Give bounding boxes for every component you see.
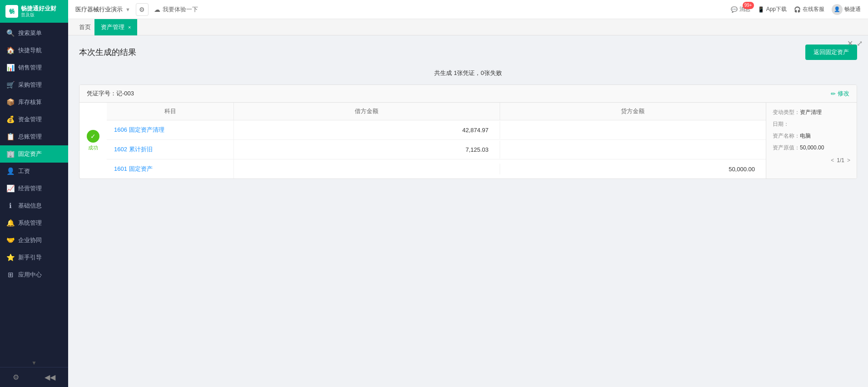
system-icon: 🔔 [6,219,15,227]
sidebar-bottom: ⚙ ◀◀ [0,367,68,387]
sidebar-item-system[interactable]: 🔔 系统管理 [0,214,68,232]
success-label: 成功 [88,144,98,151]
sidebar-item-payroll[interactable]: 👤 工资 [0,163,68,180]
company-selector[interactable]: 医疗器械行业演示 ▼ [75,5,130,14]
sidebar-item-label: 新手引导 [18,253,42,262]
sidebar-settings-button[interactable]: ⚙ [9,371,23,383]
row2-credit [500,144,766,155]
expand-panel-button[interactable]: ⤢ [857,39,863,48]
sidebar-item-label: 应用中心 [18,271,42,279]
sidebar-item-label: 工资 [18,167,30,175]
message-button[interactable]: 💬 消息 99 [731,5,750,13]
asset-name-value: 电脑 [800,132,811,140]
tab-home[interactable]: 首页 [75,23,94,31]
sidebar-item-guide[interactable]: ⭐ 新手引导 [0,249,68,266]
pagination-prev[interactable]: < [831,157,834,164]
page-header: 本次生成的结果 返回固定资产 [79,45,857,60]
topbar-right: 💬 消息 99 📱 App下载 🎧 在线客服 👤 畅捷通 [731,4,861,15]
row1-credit [500,124,766,135]
sidebar-fold-button[interactable]: ◀◀ [41,371,59,383]
ledger-icon: 📋 [6,133,15,141]
voucher-left: ✓ 成功 科目 借方金额 贷方金额 160 [79,103,766,179]
sidebar-item-label: 库存核算 [18,98,42,106]
col-account-header: 科目 [107,103,234,120]
message-badge: 99 [743,2,754,9]
success-circle-icon: ✓ [87,130,99,143]
app-name: 畅捷通好业财 [21,5,56,12]
tab-asset-management[interactable]: 资产管理 × [94,19,137,35]
original-value-value: 50,000.00 [800,144,824,152]
edit-button[interactable]: ✏ 修改 [831,89,849,98]
sidebar-item-basic-info[interactable]: ℹ 基础信息 [0,197,68,214]
experience-button[interactable]: ☁ 我要体验一下 [154,5,198,14]
row1-account: 1606 固定资产清理 [107,120,234,139]
voucher-panel: 凭证字号：记-003 ✏ 修改 ✓ 成功 [79,84,857,179]
user-menu-button[interactable]: 👤 畅捷通 [832,4,861,15]
logo-icon: 畅 [5,5,18,18]
page-title: 本次生成的结果 [79,47,136,58]
sidebar-item-quick-nav[interactable]: 🏠 快捷导航 [0,42,68,59]
company-name: 医疗器械行业演示 [75,5,123,14]
row3-credit: 50,000.00 [500,160,766,178]
sidebar-item-label: 企业协同 [18,236,42,244]
sidebar-item-label: 采购管理 [18,81,42,89]
sidebar-item-label: 基础信息 [18,202,42,210]
sidebar: 畅 畅捷通好业财 普及版 🔍 搜索菜单 🏠 快捷导航 📊 销售管理 🛒 采购管理… [0,0,68,387]
app-version: 普及版 [21,12,56,18]
user-name: 畅捷通 [844,5,861,13]
sidebar-nav: 🔍 搜索菜单 🏠 快捷导航 📊 销售管理 🛒 采购管理 📦 库存核算 💰 资金管… [0,23,68,359]
asset-name-row: 资产名称： 电脑 [773,132,850,140]
customer-service-button[interactable]: 🎧 在线客服 [794,5,824,13]
sidebar-item-enterprise[interactable]: 🤝 企业协同 [0,232,68,249]
col-credit-header: 贷方金额 [500,103,766,120]
date-row: 日期： [773,120,850,128]
pagination-next[interactable]: > [847,157,850,164]
app-download-button[interactable]: 📱 App下载 [758,5,787,13]
voucher-table: 科目 借方金额 贷方金额 1606 固定资产清理 42,874.97 [107,103,766,179]
row1-debit: 42,874.97 [234,121,500,139]
sidebar-item-ledger[interactable]: 📋 总账管理 [0,128,68,145]
user-icon: 👤 [6,167,15,175]
row3-debit [234,164,500,174]
app-center-icon: ⊞ [6,271,15,279]
settings-button[interactable]: ⚙ [136,3,149,16]
page-content: 本次生成的结果 返回固定资产 共生成 1张凭证，0张失败 凭证字号：记-003 … [68,35,868,387]
sidebar-item-label: 系统管理 [18,219,42,227]
building-icon: 🏢 [6,150,15,158]
panel-controls: ✕ ⤢ [847,39,863,48]
sidebar-item-search[interactable]: 🔍 搜索菜单 [0,25,68,42]
main-area: 医疗器械行业演示 ▼ ⚙ ☁ 我要体验一下 💬 消息 99 📱 App下载 🎧 … [68,0,868,387]
user-avatar: 👤 [832,4,843,15]
operations-icon: 📈 [6,184,15,193]
sidebar-item-inventory[interactable]: 📦 库存核算 [0,94,68,111]
date-label: 日期： [773,120,800,128]
sidebar-item-label: 资金管理 [18,115,42,124]
sidebar-item-label: 经营管理 [18,184,42,193]
sidebar-item-fixed-assets[interactable]: 🏢 固定资产 [0,145,68,163]
scroll-down-arrow[interactable]: ▼ [31,360,37,366]
message-icon: 💬 [731,6,738,13]
table-row: 1601 固定资产 50,000.00 [107,159,766,179]
voucher-body: ✓ 成功 科目 借方金额 贷方金额 160 [79,103,857,179]
sidebar-item-operations[interactable]: 📈 经营管理 [0,180,68,197]
sidebar-item-app-center[interactable]: ⊞ 应用中心 [0,266,68,283]
close-panel-button[interactable]: ✕ [847,39,853,48]
guide-icon: ⭐ [6,253,15,262]
voucher-header: 凭证字号：记-003 ✏ 修改 [79,85,857,103]
row3-account: 1601 固定资产 [107,159,234,179]
row2-account: 1602 累计折旧 [107,140,234,159]
sidebar-logo: 畅 畅捷通好业财 普及版 [0,0,68,23]
sidebar-item-capital[interactable]: 💰 资金管理 [0,111,68,128]
tab-close-icon[interactable]: × [128,25,131,30]
enterprise-icon: 🤝 [6,236,15,244]
home-icon: 🏠 [6,46,15,55]
app-download-label: App下载 [766,5,787,13]
sidebar-item-purchase[interactable]: 🛒 采购管理 [0,76,68,94]
table-row: 1606 固定资产清理 42,874.97 [107,120,766,140]
content-area: 本次生成的结果 返回固定资产 共生成 1张凭证，0张失败 凭证字号：记-003 … [68,35,868,387]
cart-icon: 🛒 [6,81,15,89]
pagination-info: 1/1 [837,157,844,164]
sidebar-item-sales[interactable]: 📊 销售管理 [0,59,68,76]
topbar: 医疗器械行业演示 ▼ ⚙ ☁ 我要体验一下 💬 消息 99 📱 App下载 🎧 … [68,0,868,19]
tab-active-label: 资产管理 [101,23,124,31]
